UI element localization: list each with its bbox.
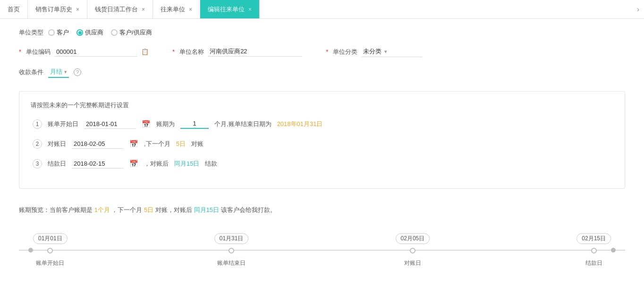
timeline-end-dot [611, 248, 616, 253]
timeline-node-2: 01月31日 账单结束日 [214, 233, 249, 267]
node-label-4: 结款日 [585, 259, 602, 267]
tab-home[interactable]: 首页 [0, 0, 28, 18]
period-instruction: 请按照未来的一个完整帐期进行设置 [31, 101, 613, 110]
collect-help-icon[interactable]: ? [74, 68, 81, 76]
node-label-1: 账单开始日 [36, 259, 64, 267]
period-box: 请按照未来的一个完整帐期进行设置 1 账单开始日 📅 账期为 个月,账单结束日期… [19, 91, 625, 189]
node-date-1: 01月01日 [33, 233, 68, 244]
node-dot-3 [410, 248, 415, 253]
timeline-start-dot [28, 248, 33, 253]
tab-counterpart-close[interactable]: × [189, 6, 192, 13]
node-label-2: 账单结束日 [217, 259, 246, 267]
preview-1month: 1个月 [94, 206, 110, 213]
row-suffix-after-2: 对账 [191, 140, 203, 148]
preview-prefix: 账期预览：当前客户账期是 [19, 206, 93, 213]
tab-home-label: 首页 [8, 5, 20, 14]
unit-name-item: * 单位名称 [172, 47, 302, 57]
period-row-1: 1 账单开始日 📅 账期为 个月,账单结束日期为 2018年01月31日 [31, 119, 613, 129]
row-date-1[interactable] [84, 119, 136, 129]
unit-name-label: 单位名称 [179, 48, 204, 56]
unit-category-value: 未分类 [363, 47, 381, 56]
tab-cash-desk-label: 钱货日清工作台 [95, 5, 138, 14]
node-dot-2 [229, 248, 234, 253]
radio-circle-both [111, 29, 118, 36]
row-label-2: 对账日 [48, 140, 66, 148]
radio-supplier[interactable]: 供应商 [76, 28, 103, 37]
tab-cash-desk-close[interactable]: × [142, 6, 145, 13]
period-row-2: 2 对账日 📅 ,下一个月 5日 对账 [31, 139, 613, 149]
tab-counterpart-label: 往来单位 [161, 5, 185, 14]
timeline-node-1: 01月01日 账单开始日 [33, 233, 68, 267]
row-suffix-before-3: ，对账后 [144, 160, 169, 168]
row-suffix-after-3: 结款 [205, 160, 217, 168]
preview-15day: 同月15日 [194, 206, 219, 213]
unit-detail-row: * 单位编码 📋 * 单位名称 * 单位分类 未分类 ▾ [19, 46, 625, 57]
radio-both[interactable]: 客户/供应商 [111, 28, 152, 37]
unit-name-input[interactable] [208, 47, 302, 57]
radio-both-label: 客户/供应商 [119, 28, 152, 37]
unit-code-label: 单位编码 [26, 48, 51, 56]
calendar-icon-2[interactable]: 📅 [129, 140, 138, 148]
unit-code-item: * 单位编码 📋 [19, 47, 149, 57]
main-content: 单位类型 客户 供应商 客户/供应商 * 单位编码 📋 * 单位名称 [0, 19, 644, 287]
collect-row: 收款条件 月结 ▾ ? [19, 67, 625, 78]
period-value-input[interactable] [180, 119, 209, 129]
tab-sales-history[interactable]: 销售订单历史 × [28, 0, 87, 18]
tabs-bar: 首页 销售订单历史 × 钱货日清工作台 × 往来单位 × 编辑往来单位 × › [0, 0, 644, 19]
unit-type-row: 单位类型 客户 供应商 客户/供应商 [19, 28, 625, 37]
node-date-2: 01月31日 [214, 233, 249, 244]
unit-code-star: * [19, 48, 21, 55]
timeline-nodes: 01月01日 账单开始日 01月31日 账单结束日 02月05日 对账日 02月… [33, 233, 611, 267]
unit-category-dropdown[interactable]: 未分类 ▾ [361, 46, 423, 57]
unit-code-icon[interactable]: 📋 [141, 48, 149, 55]
radio-customer-label: 客户 [57, 28, 69, 37]
row-date-3[interactable] [72, 159, 124, 169]
row-highlight-2: 5日 [176, 140, 186, 148]
row-suffix-before-2: ,下一个月 [144, 140, 170, 148]
unit-code-input[interactable] [54, 47, 137, 57]
unit-type-label: 单位类型 [19, 28, 43, 37]
radio-supplier-label: 供应商 [85, 28, 103, 37]
row-suffix-before-1: 账期为 [156, 120, 175, 128]
node-dot-4 [591, 248, 597, 253]
collect-value: 月结 [50, 68, 62, 76]
timeline-node-3: 02月05日 对账日 [396, 233, 430, 267]
node-date-3: 02月05日 [396, 233, 430, 244]
radio-customer[interactable]: 客户 [48, 28, 69, 37]
row-date-2[interactable] [72, 139, 124, 149]
tab-edit-counterpart-label: 编辑往来单位 [208, 5, 245, 14]
timeline-wrap: 01月01日 账单开始日 01月31日 账单结束日 02月05日 对账日 02月… [19, 228, 625, 272]
unit-category-arrow: ▾ [384, 49, 387, 55]
node-dot-1 [47, 248, 53, 253]
preview-5day: 5日 [144, 206, 153, 213]
tab-sales-history-close[interactable]: × [76, 6, 79, 13]
radio-circle-customer [48, 29, 55, 36]
node-label-3: 对账日 [404, 259, 421, 267]
row-highlight-1: 2018年01月31日 [277, 120, 323, 128]
tab-edit-counterpart[interactable]: 编辑往来单位 × [200, 0, 260, 18]
tab-sales-history-label: 销售订单历史 [35, 5, 72, 14]
row-label-3: 结款日 [48, 160, 66, 168]
timeline-node-4: 02月15日 结款日 [576, 233, 611, 267]
preview-part4: 对账，对账后 [155, 206, 192, 213]
tab-edit-counterpart-close[interactable]: × [248, 6, 252, 13]
collect-dropdown[interactable]: 月结 ▾ [48, 67, 69, 78]
tabs-right-arrow[interactable]: › [632, 5, 644, 14]
collect-label: 收款条件 [19, 68, 43, 76]
radio-circle-supplier [76, 29, 83, 36]
calendar-icon-1[interactable]: 📅 [142, 120, 151, 128]
preview-part6: 该客户会给我打款。 [221, 206, 276, 213]
node-date-4: 02月15日 [576, 233, 611, 244]
tab-counterpart[interactable]: 往来单位 × [153, 0, 200, 18]
period-row-3: 3 结款日 📅 ，对账后 同月15日 结款 [31, 159, 613, 169]
unit-category-item: * 单位分类 未分类 ▾ [326, 46, 423, 57]
row-num-1: 1 [33, 119, 42, 129]
unit-category-label: 单位分类 [333, 48, 357, 56]
tab-cash-desk[interactable]: 钱货日清工作台 × [87, 0, 153, 18]
row-highlight-3: 同月15日 [174, 160, 199, 168]
row-num-2: 2 [33, 139, 42, 149]
unit-name-star: * [172, 48, 175, 55]
unit-category-star: * [326, 48, 328, 55]
calendar-icon-3[interactable]: 📅 [129, 160, 138, 168]
row-num-3: 3 [33, 159, 42, 169]
